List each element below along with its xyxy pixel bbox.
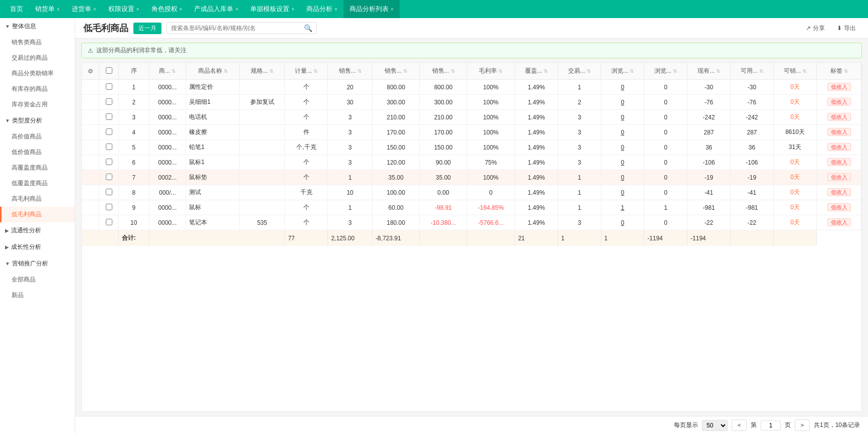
table-body: 1 0000... 属性定价 个 20 800.00 800.00 100% 1… <box>82 80 861 230</box>
col-sales-qty[interactable]: 销售... ⇅ <box>328 63 373 80</box>
col-sales-price[interactable]: 销售... ⇅ <box>372 63 419 80</box>
col-current-stock[interactable]: 现有... ⇅ <box>687 63 731 80</box>
nav-product-analysis-list[interactable]: 商品分析列表 × <box>343 0 400 18</box>
sidebar-item-all-products[interactable]: 全部商品 <box>0 272 75 287</box>
row-select-checkbox[interactable] <box>106 83 112 90</box>
row-select-checkbox[interactable] <box>106 143 112 150</box>
sidebar-item-high-coverage[interactable]: 高覆盖度商品 <box>0 160 75 176</box>
per-page-select[interactable]: 50 100 200 <box>702 420 728 431</box>
nav-sales-order[interactable]: 销货单 × <box>29 0 66 18</box>
row-checkbox[interactable] <box>99 80 119 95</box>
top-navigation: 首页 销货单 × 进货单 × 权限设置 × 角色授权 × 产成品入库单 × 单据… <box>0 0 868 18</box>
sidebar-item-high-margin[interactable]: 高毛利商品 <box>0 191 75 207</box>
row-view-count1[interactable]: 0 <box>601 125 644 140</box>
nav-home[interactable]: 首页 <box>4 0 29 18</box>
col-saleable-stock[interactable]: 可销... ⇅ <box>774 63 817 80</box>
row-view-count1[interactable]: 0 <box>601 170 644 185</box>
col-unit[interactable]: 计量... ⇅ <box>285 63 328 80</box>
col-cover-rate[interactable]: 覆盖... ⇅ <box>515 63 558 80</box>
sidebar-section-overall[interactable]: ▼ 整体信息 <box>0 18 75 35</box>
prev-page-button[interactable]: ＜ <box>732 419 747 431</box>
sidebar-section-type-analysis[interactable]: ▼ 类型度分析 <box>0 112 75 129</box>
pagination-bar: 每页显示 50 100 200 ＜ 第 页 ＞ 共1页，10条记录 <box>75 416 868 434</box>
col-trade-count[interactable]: 交易... ⇅ <box>558 63 601 80</box>
row-name: 鼠标1 <box>186 155 240 170</box>
row-view-count1[interactable]: 0 <box>601 95 644 110</box>
row-checkbox[interactable] <box>99 125 119 140</box>
col-code[interactable]: 商... ⇅ <box>149 63 186 80</box>
nav-product-inbound[interactable]: 产成品入库单 × <box>188 0 244 18</box>
sidebar-item-stock-capital[interactable]: 库存资金占用 <box>0 97 75 112</box>
row-view-count1[interactable]: 0 <box>601 155 644 170</box>
row-view-count1[interactable]: 0 <box>601 140 644 155</box>
row-select-checkbox[interactable] <box>106 128 112 135</box>
nav-role-auth[interactable]: 角色授权 × <box>145 0 189 18</box>
col-tag[interactable]: 标签 ⇅ <box>817 63 861 80</box>
row-checkbox[interactable] <box>99 200 119 215</box>
row-checkbox[interactable] <box>99 215 119 230</box>
sidebar-item-low-margin[interactable]: 低毛利商品 <box>0 207 75 222</box>
sidebar-item-low-coverage[interactable]: 低覆盖度商品 <box>0 176 75 191</box>
row-name: 鼠标垫 <box>186 170 240 185</box>
nav-purchase-order[interactable]: 进货单 × <box>66 0 102 18</box>
row-checkbox[interactable] <box>99 95 119 110</box>
nav-template-settings[interactable]: 单据模板设置 × <box>244 0 300 18</box>
sidebar-section-marketing[interactable]: ▼ 营销推广分析 <box>0 255 75 272</box>
row-view-count1[interactable]: 0 <box>601 215 644 230</box>
row-view-count1[interactable]: 1 <box>601 200 644 215</box>
row-checkbox[interactable] <box>99 140 119 155</box>
row-checkbox[interactable] <box>99 155 119 170</box>
row-view-count1[interactable]: 0 <box>601 185 644 200</box>
select-all-checkbox[interactable] <box>106 67 112 74</box>
close-icon[interactable]: × <box>291 7 294 12</box>
sidebar-item-new-products[interactable]: 新品 <box>0 287 75 303</box>
row-select-checkbox[interactable] <box>106 98 112 105</box>
row-trade-count: 3 <box>558 110 601 125</box>
share-button[interactable]: ↗ 分享 <box>802 23 829 34</box>
col-settings[interactable]: ⚙ <box>82 63 99 80</box>
sidebar-item-high-value[interactable]: 高价值商品 <box>0 129 75 144</box>
row-checkbox[interactable] <box>99 110 119 125</box>
row-sales-qty: 3 <box>328 215 373 230</box>
export-button[interactable]: ⬇ 导出 <box>833 23 860 34</box>
col-view-count1[interactable]: 浏览... ⇅ <box>601 63 644 80</box>
row-select-checkbox[interactable] <box>106 189 112 195</box>
close-icon[interactable]: × <box>136 7 139 12</box>
close-icon[interactable]: × <box>391 7 394 12</box>
nav-permission[interactable]: 权限设置 × <box>102 0 145 18</box>
row-select-checkbox[interactable] <box>106 113 112 120</box>
row-checkbox[interactable] <box>99 170 119 185</box>
row-view-count1[interactable]: 0 <box>601 110 644 125</box>
page-number-input[interactable] <box>761 420 781 430</box>
col-name[interactable]: 商品名称 ⇅ <box>186 63 240 80</box>
close-icon[interactable]: × <box>93 7 96 12</box>
sidebar-item-category-assist-rate[interactable]: 商品分类助销率 <box>0 66 75 81</box>
sidebar-item-low-value[interactable]: 低价值商品 <box>0 144 75 160</box>
next-page-button[interactable]: ＞ <box>795 419 810 431</box>
close-icon[interactable]: × <box>235 7 238 12</box>
sort-icon: ⇅ <box>224 68 228 74</box>
row-view-count1[interactable]: 0 <box>601 80 644 95</box>
col-available-stock[interactable]: 可用... ⇅ <box>731 63 774 80</box>
row-select-checkbox[interactable] <box>106 219 112 225</box>
row-select-checkbox[interactable] <box>106 159 112 165</box>
close-icon[interactable]: × <box>334 7 337 12</box>
col-spec[interactable]: 规格... ⇅ <box>239 63 284 80</box>
search-input[interactable] <box>171 25 304 32</box>
col-gross-rate[interactable]: 毛利率 ⇅ <box>467 63 514 80</box>
row-select-checkbox[interactable] <box>106 174 112 180</box>
close-icon[interactable]: × <box>180 7 183 12</box>
nav-product-analysis[interactable]: 商品分析 × <box>300 0 343 18</box>
sidebar-section-circulation[interactable]: ▶ 流通性分析 <box>0 222 75 239</box>
sidebar-item-sales-products[interactable]: 销售类商品 <box>0 35 75 50</box>
sidebar-section-growth[interactable]: ▶ 成长性分析 <box>0 239 75 255</box>
time-filter-button[interactable]: 近一月 <box>133 23 161 34</box>
close-icon[interactable]: × <box>57 7 60 12</box>
sidebar-item-traded-products[interactable]: 交易过的商品 <box>0 50 75 66</box>
settings-icon[interactable]: ⚙ <box>88 68 93 75</box>
col-view-count2[interactable]: 浏览... ⇅ <box>644 63 687 80</box>
row-select-checkbox[interactable] <box>106 204 112 210</box>
col-sales-amount[interactable]: 销售... ⇅ <box>420 63 467 80</box>
row-checkbox[interactable] <box>99 185 119 200</box>
sidebar-item-stock-products[interactable]: 有库存的商品 <box>0 81 75 97</box>
